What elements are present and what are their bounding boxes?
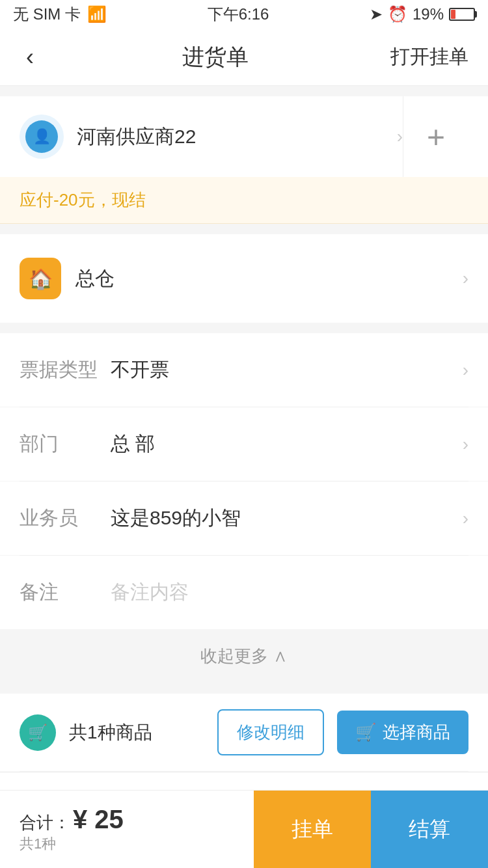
invoice-chevron-icon: ›	[463, 360, 468, 381]
dept-chevron-icon: ›	[463, 434, 468, 455]
status-bar: 无 SIM 卡 📶 下午6:16 ➤ ⏰ 19%	[0, 0, 488, 29]
supplier-section: 👤 河南供应商22 › +	[0, 96, 488, 177]
salesman-chevron-icon: ›	[463, 508, 468, 529]
invoice-type-label: 票据类型	[20, 357, 111, 383]
salesman-value: 这是859的小智	[111, 505, 456, 532]
bottom-bar: 合计： ¥ 25 共1种 挂单 结算	[0, 790, 488, 868]
dept-row[interactable]: 部门 总 部 ›	[0, 407, 488, 481]
invoice-type-row[interactable]: 票据类型 不开票 ›	[0, 333, 488, 407]
page-title: 进货单	[182, 42, 249, 72]
status-left: 无 SIM 卡 📶	[13, 4, 107, 25]
warehouse-icon: 🏠	[20, 258, 61, 299]
collapse-toggle-button[interactable]: 收起更多 ∧	[0, 629, 488, 683]
person-icon: 👤	[33, 128, 51, 145]
select-product-icon: 🛒	[355, 722, 376, 742]
warehouse-row[interactable]: 🏠 总仓 ›	[0, 234, 488, 323]
warehouse-name: 总仓	[75, 265, 456, 292]
warehouse-divider	[0, 323, 488, 333]
invoice-type-value: 不开票	[111, 357, 456, 383]
hang-button[interactable]: 挂单	[254, 791, 371, 869]
open-hang-button[interactable]: 打开挂单	[390, 44, 468, 70]
salesman-label: 业务员	[20, 505, 111, 532]
total-section: 合计： ¥ 25 共1种	[0, 805, 254, 854]
cart-icon: 🛒	[20, 714, 56, 751]
cart-icon-glyph: 🛒	[28, 724, 47, 742]
total-amount: ¥ 25	[73, 805, 124, 834]
checkout-button[interactable]: 结算	[371, 791, 488, 869]
salesman-row[interactable]: 业务员 这是859的小智 ›	[0, 481, 488, 555]
battery-icon	[449, 8, 475, 21]
form-divider	[0, 683, 488, 694]
status-time: 下午6:16	[208, 4, 269, 25]
alarm-icon: ⏰	[388, 5, 407, 23]
top-divider	[0, 86, 488, 96]
dept-value: 总 部	[111, 431, 456, 457]
product-count-text: 共1种商品	[69, 720, 204, 745]
supplier-divider	[0, 224, 488, 234]
battery-text: 19%	[413, 5, 444, 23]
add-supplier-button[interactable]: +	[403, 96, 468, 177]
alert-banner: 应付-20元，现结	[0, 177, 488, 224]
total-count: 共1种	[20, 834, 234, 854]
status-right: ➤ ⏰ 19%	[370, 5, 475, 23]
edit-detail-button[interactable]: 修改明细	[217, 709, 324, 755]
remark-placeholder: 备注内容	[111, 579, 468, 606]
warehouse-chevron-icon: ›	[463, 268, 468, 289]
supplier-avatar-inner: 👤	[25, 120, 58, 153]
nav-bar: ‹ 进货单 打开挂单	[0, 29, 488, 86]
back-button[interactable]: ‹	[20, 37, 40, 77]
select-product-button[interactable]: 🛒 选择商品	[337, 711, 468, 754]
products-header: 🛒 共1种商品 修改明细 🛒 选择商品	[0, 694, 488, 771]
select-product-label: 选择商品	[383, 721, 450, 744]
wifi-icon: 📶	[87, 5, 107, 23]
remark-label: 备注	[20, 579, 111, 606]
dept-label: 部门	[20, 431, 111, 457]
products-top-divider	[20, 771, 468, 772]
carrier-text: 无 SIM 卡	[13, 4, 81, 25]
battery-fill	[451, 10, 455, 19]
location-icon: ➤	[370, 5, 383, 23]
supplier-chevron-icon: ›	[397, 126, 403, 147]
remark-row[interactable]: 备注 备注内容	[0, 556, 488, 629]
total-row: 合计： ¥ 25	[20, 805, 234, 834]
total-label: 合计：	[20, 811, 70, 834]
supplier-name: 河南供应商22	[77, 124, 390, 150]
supplier-avatar: 👤	[20, 115, 64, 159]
supplier-selector[interactable]: 👤 河南供应商22 ›	[20, 96, 403, 177]
